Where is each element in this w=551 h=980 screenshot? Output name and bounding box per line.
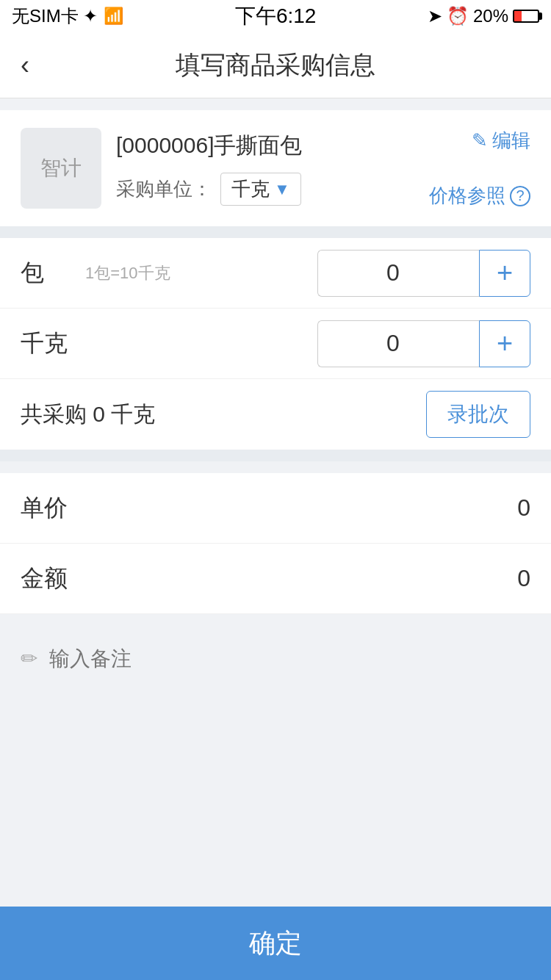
remark-input[interactable] [49, 647, 530, 671]
batch-button[interactable]: 录批次 [426, 391, 530, 438]
battery-percent: 20% [473, 6, 508, 26]
bag-input-row: 包 1包=10千克 + [0, 238, 551, 309]
price-ref-help-icon: ? [510, 186, 530, 206]
edit-label: 编辑 [492, 128, 530, 154]
edit-icon: ✎ [472, 129, 488, 152]
status-left: 无SIM卡 ✦ 📶 [12, 4, 123, 28]
kg-field-wrap: + [317, 320, 530, 367]
price-ref-label: 价格参照 [429, 183, 505, 209]
battery-icon [513, 10, 539, 23]
input-section: 包 1包=10千克 + 千克 + [0, 238, 551, 379]
remark-section: ✏ [0, 626, 551, 691]
summary-row: 共采购 0 千克 录批次 [0, 379, 551, 450]
amount-row: 金额 0 [0, 544, 551, 614]
unit-value: 千克 [231, 176, 270, 202]
time-display: 下午6:12 [235, 2, 317, 30]
confirm-label: 确定 [249, 926, 302, 962]
bag-sub-label: 1包=10千克 [85, 262, 317, 284]
status-right: ➤ ⏰ 20% [428, 6, 539, 26]
bottom-space [0, 691, 551, 912]
divider-2 [0, 450, 551, 461]
remark-pencil-icon: ✏ [21, 646, 37, 671]
unit-price-row: 单价 0 [0, 473, 551, 544]
unit-select[interactable]: 千克 ▼ [220, 173, 301, 206]
price-section: 单价 0 金额 0 [0, 473, 551, 614]
product-image: 智计 [21, 128, 101, 209]
confirm-bar[interactable]: 确定 [0, 907, 551, 980]
kg-input[interactable] [317, 320, 479, 367]
product-logo: 智计 [40, 154, 82, 182]
amount-value: 0 [517, 565, 530, 592]
bag-field-wrap: + [317, 250, 530, 297]
unit-price-label: 单价 [21, 492, 68, 525]
divider-1 [0, 226, 551, 238]
wifi-icon: 📶 [104, 7, 123, 26]
no-sim-label: 无SIM卡 ✦ [12, 4, 98, 28]
bag-plus-button[interactable]: + [479, 250, 530, 297]
location-icon: ➤ [428, 6, 442, 26]
kg-plus-button[interactable]: + [479, 320, 530, 367]
nav-bar: ‹ 填写商品采购信息 [0, 32, 551, 98]
kg-input-row: 千克 + [0, 309, 551, 379]
bag-input[interactable] [317, 250, 479, 297]
bag-label: 包 [21, 257, 79, 289]
summary-text: 共采购 0 千克 [21, 400, 155, 430]
unit-label: 采购单位： [116, 176, 212, 202]
amount-label: 金额 [21, 563, 68, 595]
unit-dropdown-arrow: ▼ [274, 180, 290, 199]
unit-price-value: 0 [517, 494, 530, 522]
price-ref-button[interactable]: 价格参照 ? [429, 183, 530, 209]
edit-button[interactable]: ✎ 编辑 [472, 128, 530, 154]
status-bar: 无SIM卡 ✦ 📶 下午6:12 ➤ ⏰ 20% [0, 0, 551, 32]
page-title: 填写商品采购信息 [176, 48, 375, 82]
kg-label: 千克 [21, 328, 79, 360]
alarm-icon: ⏰ [447, 6, 469, 26]
product-name: [0000006]手撕面包 [116, 131, 530, 161]
back-button[interactable]: ‹ [21, 50, 29, 81]
product-card: 智计 [0000006]手撕面包 采购单位： 千克 ▼ ✎ 编辑 价格参照 ? [0, 110, 551, 226]
